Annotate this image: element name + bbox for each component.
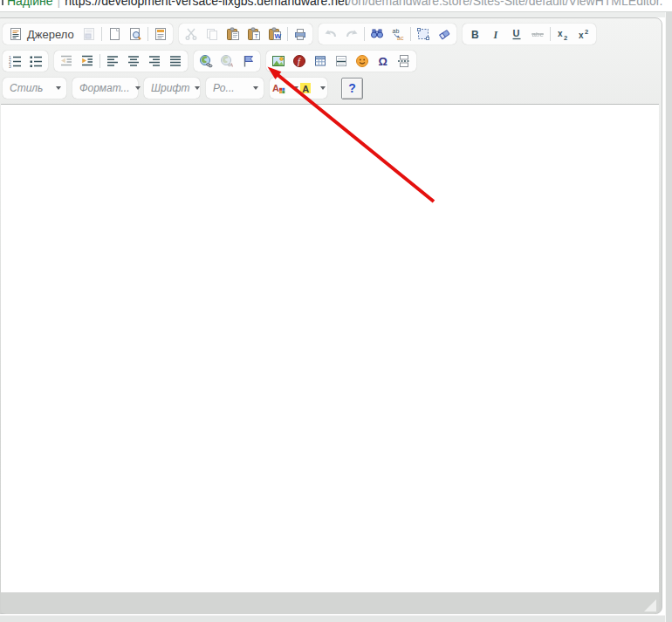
new-page-button[interactable] [104, 24, 125, 44]
svg-text:W: W [274, 32, 281, 40]
svg-text:x: x [558, 29, 563, 38]
underline-button[interactable]: U [506, 24, 527, 44]
justify-left-button[interactable] [102, 51, 123, 71]
format-dropdown[interactable]: Формат... [72, 78, 138, 99]
page-break-button[interactable] [394, 51, 415, 71]
about-button[interactable]: ? [341, 78, 363, 99]
undo-button [320, 24, 341, 44]
unlink-globe-icon [220, 54, 234, 68]
format-dropdown-label: Формат... [79, 82, 130, 94]
replace-button[interactable]: abac [387, 24, 408, 44]
strikethrough-icon: abe [531, 27, 545, 41]
editor-content-area[interactable] [1, 104, 659, 593]
copy-icon [205, 27, 219, 41]
templates-button[interactable] [150, 24, 171, 44]
toolbar-group: 123 [3, 51, 48, 72]
chevron-down-icon [253, 86, 258, 90]
chevron-down-icon [320, 86, 326, 90]
link-button[interactable] [195, 51, 216, 71]
replace-icon: abac [391, 27, 405, 41]
omega-icon: Ω [376, 54, 390, 68]
svg-text:2: 2 [585, 28, 588, 36]
printer-icon [293, 27, 307, 41]
binoculars-icon [370, 27, 384, 41]
subscript-button[interactable]: x2 [552, 24, 573, 44]
unordered-list-button[interactable] [25, 51, 46, 71]
align-right-icon [147, 54, 161, 68]
browser-url-bar: Надійне|https://development-versace-lixg… [0, 0, 672, 12]
paste-word-button[interactable]: W [264, 24, 285, 44]
chevron-down-icon [56, 86, 61, 90]
toolbar-row-2: 123fΩ [3, 51, 658, 72]
save-button [79, 24, 99, 44]
svg-text:A: A [272, 83, 279, 93]
indent-button[interactable] [77, 51, 98, 71]
align-center-icon [127, 54, 141, 68]
toolbar-separator [550, 27, 551, 41]
italic-button[interactable]: I [485, 24, 506, 44]
chevron-down-icon [195, 86, 200, 90]
style-dropdown-label: Стиль [10, 82, 43, 94]
cut-button [181, 24, 202, 44]
justify-right-button[interactable] [144, 51, 165, 71]
save-icon [82, 27, 96, 41]
svg-text:ab: ab [392, 28, 399, 34]
size-dropdown[interactable]: Ро... [206, 78, 264, 99]
resize-handle[interactable] [644, 599, 656, 612]
toolbar-group [194, 51, 260, 72]
image-button[interactable] [268, 51, 289, 71]
background-color-button[interactable]: A [298, 79, 326, 98]
paste-button[interactable] [223, 24, 243, 44]
toolbar-separator [101, 27, 102, 41]
italic-icon: I [489, 27, 503, 41]
print-button[interactable] [290, 24, 311, 44]
special-char-button[interactable]: Ω [373, 51, 394, 71]
new-page-icon [107, 27, 121, 41]
toolbar-separator [410, 27, 411, 41]
bold-button[interactable]: B [464, 24, 485, 44]
flash-icon: f [292, 54, 306, 68]
bold-icon: B [468, 27, 482, 41]
smiley-button[interactable] [352, 51, 373, 71]
paste-text-button[interactable]: T [243, 24, 264, 44]
text-color-icon: A [271, 81, 285, 95]
editor-bottom-bar [1, 592, 659, 614]
svg-text:U: U [512, 28, 519, 38]
ordered-list-button[interactable]: 123 [4, 51, 25, 71]
remove-format-button[interactable] [434, 24, 455, 44]
url-path: /on/demandware.store/Sites-Site/default/… [348, 0, 663, 8]
text-color-button[interactable]: A [271, 79, 298, 98]
question-mark-icon: ? [348, 81, 356, 95]
toolbar-separator [287, 27, 288, 41]
preview-icon [128, 27, 142, 41]
justify-block-button[interactable] [165, 51, 186, 71]
unlink-button [216, 51, 237, 71]
table-icon [313, 54, 327, 68]
horizontal-rule-button[interactable] [331, 51, 352, 71]
paste-text-icon: T [247, 27, 261, 41]
toolbar-group: fΩ [266, 51, 416, 72]
url-text: Надійне|https://development-versace-lixg… [2, 0, 662, 8]
source-button[interactable]: Джерело [4, 24, 79, 44]
anchor-button[interactable] [237, 51, 258, 71]
table-button[interactable] [310, 51, 331, 71]
justify-center-button[interactable] [123, 51, 144, 71]
font-dropdown[interactable]: Шрифт [144, 78, 200, 99]
browser-horizontal-scrollbar[interactable] [0, 615, 665, 622]
toolbar-group: abac [319, 24, 456, 44]
bg-color-icon: A [298, 81, 312, 95]
browser-vertical-scrollbar[interactable] [665, 12, 672, 622]
find-button[interactable] [367, 24, 387, 44]
toolbar-separator [147, 27, 148, 41]
undo-arrow-icon [324, 27, 338, 41]
copy-button [202, 24, 223, 44]
size-dropdown-label: Ро... [213, 82, 235, 94]
svg-text:A: A [302, 84, 309, 94]
flash-button[interactable]: f [289, 51, 310, 71]
superscript-button[interactable]: x2 [573, 24, 594, 44]
link-globe-icon [199, 54, 213, 68]
preview-button[interactable] [125, 24, 146, 44]
select-all-button[interactable] [413, 24, 434, 44]
outdent-button [56, 51, 77, 71]
style-dropdown[interactable]: Стиль [3, 78, 66, 99]
